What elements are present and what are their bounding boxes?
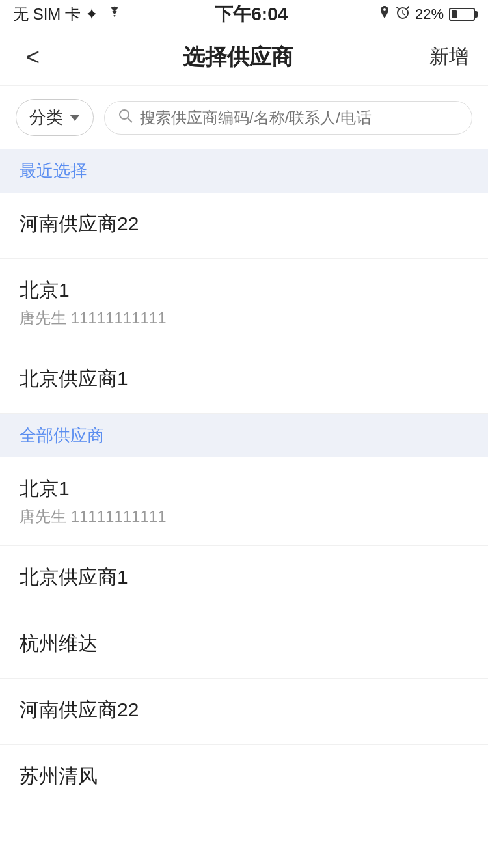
- item-name: 北京1: [20, 277, 468, 304]
- all-list-item[interactable]: 河南供应商22: [0, 679, 488, 745]
- page-title: 选择供应商: [183, 42, 293, 72]
- recent-section-label: 最近选择: [20, 161, 87, 180]
- status-time: 下午6:04: [215, 2, 288, 27]
- recent-section-header: 最近选择: [0, 149, 488, 193]
- all-list-item[interactable]: 北京1唐先生 11111111111: [0, 457, 488, 546]
- item-name: 河南供应商22: [20, 697, 468, 724]
- all-list-item[interactable]: 北京供应商1: [0, 546, 488, 612]
- battery-percent: 22%: [415, 6, 444, 23]
- all-section-label: 全部供应商: [20, 426, 104, 445]
- all-list-item[interactable]: 杭州维达: [0, 612, 488, 679]
- all-list-item[interactable]: 苏州清风: [0, 745, 488, 811]
- search-input[interactable]: [140, 109, 459, 127]
- all-section-header: 全部供应商: [0, 414, 488, 457]
- status-right: 22%: [379, 5, 475, 23]
- alarm-icon: [396, 5, 410, 23]
- svg-line-2: [128, 118, 133, 122]
- item-name: 北京1: [20, 476, 468, 502]
- recent-list-item[interactable]: 北京供应商1: [0, 347, 488, 414]
- chevron-down-icon: [70, 115, 80, 121]
- status-bar: 无 SIM 卡 ✦ 下午6:04 22%: [0, 0, 488, 29]
- svg-point-1: [120, 110, 129, 119]
- all-list: 北京1唐先生 11111111111北京供应商1杭州维达河南供应商22苏州清风: [0, 457, 488, 811]
- item-name: 北京供应商1: [20, 366, 468, 392]
- item-name: 河南供应商22: [20, 211, 468, 237]
- category-label: 分类: [29, 106, 63, 129]
- item-detail: 唐先生 11111111111: [20, 308, 468, 329]
- filter-bar: 分类: [0, 86, 488, 149]
- status-left: 无 SIM 卡 ✦: [13, 4, 124, 25]
- nav-bar: < 选择供应商 新增: [0, 29, 488, 86]
- item-name: 北京供应商1: [20, 564, 468, 591]
- add-button[interactable]: 新增: [429, 44, 468, 70]
- search-box: [104, 101, 472, 135]
- wifi-icon: [105, 5, 124, 23]
- recent-list: 河南供应商22北京1唐先生 11111111111北京供应商1: [0, 193, 488, 414]
- item-name: 杭州维达: [20, 631, 468, 657]
- recent-list-item[interactable]: 北京1唐先生 11111111111: [0, 259, 488, 347]
- search-icon: [118, 108, 133, 128]
- location-icon: [379, 5, 390, 23]
- item-name: 苏州清风: [20, 763, 468, 790]
- battery-icon: [449, 8, 475, 21]
- category-filter-button[interactable]: 分类: [16, 99, 94, 136]
- recent-list-item[interactable]: 河南供应商22: [0, 193, 488, 259]
- item-detail: 唐先生 11111111111: [20, 506, 468, 527]
- sim-status: 无 SIM 卡 ✦: [13, 4, 98, 25]
- back-button[interactable]: <: [20, 37, 46, 77]
